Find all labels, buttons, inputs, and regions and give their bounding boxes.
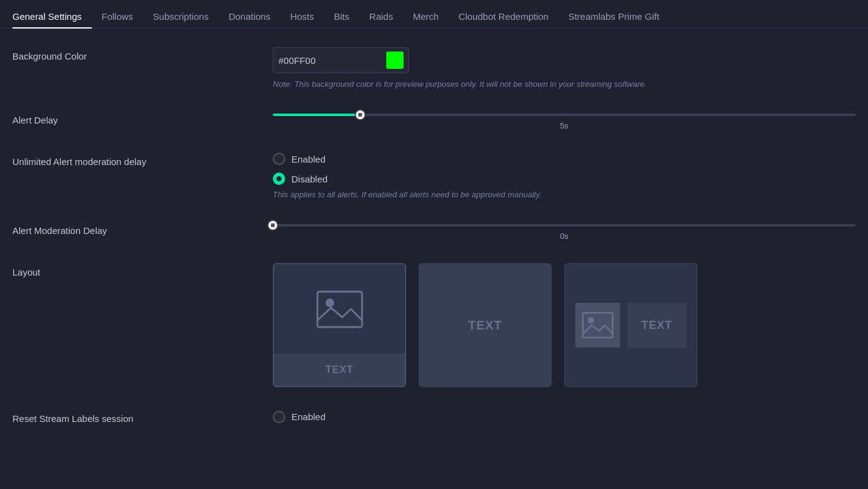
layout-cards: TEXT TEXT xyxy=(273,263,856,387)
alert-delay-label: Alert Delay xyxy=(12,111,273,125)
alert-mod-slider-track xyxy=(273,224,856,227)
unlimited-alert-enabled-radio[interactable] xyxy=(273,153,285,165)
unlimited-alert-disabled-radio[interactable] xyxy=(273,173,285,185)
reset-stream-labels-control: Enabled xyxy=(273,411,856,423)
tab-subscriptions[interactable]: Subscriptions xyxy=(143,5,219,28)
unlimited-alert-note: This applies to all alerts. If enabled a… xyxy=(273,190,856,199)
layout-row: Layout TEXT xyxy=(12,263,856,387)
alert-mod-slider-thumb[interactable] xyxy=(267,220,278,231)
alert-delay-row: Alert Delay 5s xyxy=(12,111,856,130)
layout-card-2-text: TEXT xyxy=(420,264,551,386)
layout-card-1[interactable]: TEXT xyxy=(273,263,406,387)
unlimited-alert-control: Enabled Disabled This applies to all ale… xyxy=(273,153,856,199)
layout-1-image-icon xyxy=(315,289,365,330)
tab-cloudbot-redemption[interactable]: Cloudbot Redemption xyxy=(449,5,559,28)
background-color-label: Background Color xyxy=(12,47,273,61)
alert-moderation-delay-value: 0s xyxy=(273,231,856,241)
unlimited-alert-label: Unlimited Alert moderation delay xyxy=(12,153,273,167)
color-text-input[interactable] xyxy=(278,55,383,66)
unlimited-alert-enabled-option[interactable]: Enabled xyxy=(273,153,856,165)
unlimited-alert-disabled-option[interactable]: Disabled xyxy=(273,173,856,185)
layout-3-inner: TEXT xyxy=(565,264,696,386)
svg-point-1 xyxy=(326,298,334,307)
slider-track xyxy=(273,114,856,116)
layout-label: Layout xyxy=(12,263,273,277)
alert-moderation-delay-slider[interactable]: 0s xyxy=(273,222,856,241)
color-input-wrapper[interactable] xyxy=(273,47,409,73)
layout-card-3-text: TEXT xyxy=(627,303,686,348)
alert-moderation-delay-label: Alert Moderation Delay xyxy=(12,222,273,236)
layout-3-image-icon xyxy=(582,312,614,339)
settings-content: Background Color Note: This background c… xyxy=(0,29,868,465)
nav-tabs: General Settings Follows Subscriptions D… xyxy=(0,0,868,29)
svg-rect-2 xyxy=(583,313,613,338)
tab-bits[interactable]: Bits xyxy=(324,5,360,28)
reset-stream-labels-row: Reset Stream Labels session Enabled xyxy=(12,410,856,424)
alert-moderation-delay-control: 0s xyxy=(273,222,856,241)
unlimited-alert-row: Unlimited Alert moderation delay Enabled… xyxy=(12,153,856,199)
tab-raids[interactable]: Raids xyxy=(360,5,403,28)
slider-fill xyxy=(273,114,360,116)
alert-delay-control: 5s xyxy=(273,111,856,130)
unlimited-alert-enabled-label: Enabled xyxy=(291,154,326,164)
alert-mod-slider-thumb-inner xyxy=(271,223,275,227)
unlimited-alert-radio-group: Enabled Disabled xyxy=(273,153,856,185)
layout-card-2-top: TEXT xyxy=(420,264,551,386)
background-color-control: Note: This background color is for previ… xyxy=(273,47,856,89)
tab-general-settings[interactable]: General Settings xyxy=(12,5,92,28)
tab-streamlabs-prime-gift[interactable]: Streamlabs Prime Gift xyxy=(559,5,670,28)
layout-card-1-text-label: TEXT xyxy=(326,364,353,375)
layout-control: TEXT TEXT xyxy=(273,263,856,387)
reset-stream-labels-label: Reset Stream Labels session xyxy=(12,410,273,424)
layout-card-1-bottom: TEXT xyxy=(274,354,405,386)
svg-rect-0 xyxy=(317,292,362,327)
layout-card-3-top: TEXT xyxy=(565,264,696,386)
layout-card-2[interactable]: TEXT xyxy=(418,263,552,387)
tab-merch[interactable]: Merch xyxy=(403,5,449,28)
background-color-row: Background Color Note: This background c… xyxy=(12,47,856,89)
color-note: Note: This background color is for previ… xyxy=(273,79,856,89)
layout-1-image-placeholder xyxy=(315,289,365,330)
slider-thumb[interactable] xyxy=(355,109,366,120)
svg-point-3 xyxy=(588,317,594,323)
layout-3-image-placeholder xyxy=(575,303,620,348)
unlimited-alert-disabled-label: Disabled xyxy=(291,174,327,184)
alert-delay-slider[interactable]: 5s xyxy=(273,111,856,130)
reset-stream-labels-enabled-label: Enabled xyxy=(291,411,326,422)
slider-thumb-inner xyxy=(358,113,362,117)
layout-card-1-top xyxy=(274,264,405,354)
alert-delay-value: 5s xyxy=(273,121,856,130)
reset-stream-labels-enabled-option[interactable]: Enabled xyxy=(273,411,856,423)
layout-card-3[interactable]: TEXT xyxy=(564,263,698,387)
color-swatch[interactable] xyxy=(386,52,404,69)
alert-moderation-delay-row: Alert Moderation Delay 0s xyxy=(12,222,856,241)
tab-hosts[interactable]: Hosts xyxy=(280,5,324,28)
tab-follows[interactable]: Follows xyxy=(92,5,143,28)
tab-donations[interactable]: Donations xyxy=(219,5,281,28)
reset-stream-labels-enabled-radio[interactable] xyxy=(273,411,285,423)
